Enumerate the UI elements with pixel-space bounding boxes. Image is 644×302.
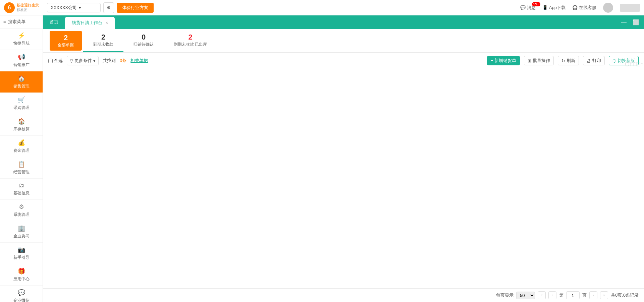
sidebar-item-enterprise[interactable]: 🏢 企业协同 bbox=[0, 221, 43, 243]
experience-button[interactable]: 体验行业方案 bbox=[117, 3, 154, 13]
print-button[interactable]: 🖨 打印 bbox=[583, 56, 605, 65]
basic-info-icon: 🗂 bbox=[18, 182, 24, 189]
header-right: 💬 消息 99+ 📱 App下载 🎧 在线客服 bbox=[520, 3, 640, 13]
sales-icon: 🏠 bbox=[18, 75, 25, 82]
sidebar-item-operations[interactable]: 📋 经营管理 bbox=[0, 157, 43, 179]
headset-icon: 🎧 bbox=[572, 5, 578, 10]
inventory-icon: 🏠 bbox=[18, 118, 25, 125]
stat-tab-overdue[interactable]: 2 到期未收款 bbox=[83, 29, 123, 52]
first-page-button[interactable]: « bbox=[538, 291, 546, 299]
toolbar: 全选 ▽ 更多条件 ▾ 共找到 0条 相关单据 + 新增销货单 ⊞ 批量操作 bbox=[43, 53, 644, 69]
tab-workbench[interactable]: 钱货日清工作台 × bbox=[65, 17, 115, 29]
search-icon: ≡ bbox=[3, 19, 6, 24]
sidebar-label-newbie: 新手引导 bbox=[13, 255, 30, 260]
company-name: XXXXXX公司 bbox=[51, 5, 77, 11]
sidebar-label-basic-info: 基础信息 bbox=[13, 190, 30, 196]
per-page-select[interactable]: 50 100 200 bbox=[516, 292, 535, 299]
prev-page-button[interactable]: ‹ bbox=[548, 291, 556, 299]
more-conditions-button[interactable]: ▽ 更多条件 ▾ bbox=[67, 56, 99, 65]
print-label: 打印 bbox=[592, 58, 601, 64]
main-content: 首页 钱货日清工作台 × — ⬜ 2 全部单据 bbox=[43, 15, 644, 302]
sidebar-item-app-center[interactable]: 🎁 应用中心 bbox=[0, 264, 43, 286]
logo-area: 6 畅捷通好生意 标准版 bbox=[4, 2, 47, 13]
related-orders-link[interactable]: 相关单据 bbox=[130, 58, 148, 64]
found-text: 共找到 bbox=[103, 58, 116, 64]
online-service-action[interactable]: 🎧 在线客服 bbox=[572, 5, 596, 11]
sidebar: ≡ 搜索菜单 ⚡ 快捷导航 📢 营销推广 🏠 销售管理 🛒 采购管理 🏠 库存核… bbox=[0, 15, 43, 302]
stat-tab-wangpu[interactable]: 0 旺铺待确认 bbox=[123, 29, 164, 52]
filter-icon: ▽ bbox=[70, 58, 73, 63]
logo-badge: 标准版 bbox=[17, 8, 39, 12]
sidebar-item-wechat[interactable]: 💬 企业微信 bbox=[0, 286, 43, 302]
sidebar-label-operations: 经营管理 bbox=[13, 169, 30, 175]
wangpu-count: 0 bbox=[142, 33, 146, 42]
new-order-button[interactable]: + 新增销货单 bbox=[487, 56, 520, 65]
select-all-checkbox[interactable]: 全选 bbox=[48, 58, 63, 64]
marketing-icon: 📢 bbox=[18, 53, 25, 61]
sidebar-item-basic-info[interactable]: 🗂 基础信息 bbox=[0, 179, 43, 200]
sidebar-item-quick-nav[interactable]: ⚡ 快捷导航 bbox=[0, 28, 43, 50]
batch-button[interactable]: ⊞ 批量操作 bbox=[524, 56, 554, 65]
chevron-down-icon: ▾ bbox=[79, 5, 81, 10]
chevron-icon: ▾ bbox=[93, 58, 96, 63]
found-count: 0条 bbox=[120, 58, 126, 64]
toolbar-right: + 新增销货单 ⊞ 批量操作 ↻ 刷新 🖨 打印 ⬡ bbox=[487, 56, 639, 65]
sidebar-label-purchase: 采购管理 bbox=[13, 105, 30, 111]
page-suffix: 页 bbox=[582, 292, 587, 298]
stat-tab-all[interactable]: 2 全部单据 bbox=[50, 31, 82, 51]
wechat-icon: 💬 bbox=[18, 289, 25, 296]
search-label: 搜索菜单 bbox=[8, 19, 25, 25]
sidebar-label-system: 系统管理 bbox=[13, 212, 30, 218]
message-icon: 💬 bbox=[520, 5, 526, 10]
company-selector[interactable]: XXXXXX公司 ▾ bbox=[47, 3, 101, 12]
content-area: 2 全部单据 2 到期未收款 0 旺铺待确认 2 到期未收款 已 bbox=[43, 29, 644, 302]
sidebar-label-marketing: 营销推广 bbox=[13, 62, 30, 68]
next-page-button[interactable]: › bbox=[589, 291, 597, 299]
app-download-action[interactable]: 📱 App下载 bbox=[542, 5, 566, 11]
refresh-icon: ↻ bbox=[561, 58, 565, 63]
app-download-icon: 📱 bbox=[542, 5, 548, 10]
sidebar-item-purchase[interactable]: 🛒 采购管理 bbox=[0, 93, 43, 114]
page-input[interactable] bbox=[566, 291, 580, 299]
pagination: 每页显示 50 100 200 « ‹ 第 页 › » 共0页,0条记录 bbox=[43, 288, 644, 302]
finance-icon: 💰 bbox=[18, 139, 25, 146]
gear-icon: ⚙ bbox=[107, 5, 111, 10]
sidebar-item-inventory[interactable]: 🏠 库存核算 bbox=[0, 114, 43, 136]
total-label: 共0页,0条记录 bbox=[611, 292, 639, 298]
operations-icon: 📋 bbox=[18, 161, 25, 168]
system-icon: ⚙ bbox=[19, 203, 24, 210]
all-orders-label: 全部单据 bbox=[58, 42, 74, 48]
sidebar-item-marketing[interactable]: 📢 营销推广 bbox=[0, 50, 43, 71]
per-page-label: 每页显示 bbox=[496, 292, 514, 298]
wangpu-label: 旺铺待确认 bbox=[133, 42, 154, 47]
sidebar-label-quick-nav: 快捷导航 bbox=[13, 41, 30, 46]
enterprise-icon: 🏢 bbox=[18, 225, 25, 232]
refresh-label: 刷新 bbox=[567, 58, 575, 64]
sidebar-label-inventory: 库存核算 bbox=[13, 126, 30, 132]
sidebar-search[interactable]: ≡ 搜索菜单 bbox=[0, 15, 43, 28]
sidebar-item-finance[interactable]: 💰 资金管理 bbox=[0, 136, 43, 157]
select-all-input[interactable] bbox=[48, 59, 53, 63]
tab-close-icon[interactable]: × bbox=[106, 20, 108, 25]
tab-minimize-button[interactable]: — bbox=[619, 17, 629, 27]
sidebar-label-sales: 销售管理 bbox=[13, 83, 30, 89]
settings-button[interactable]: ⚙ bbox=[103, 2, 114, 13]
new-order-label: + 新增销货单 bbox=[491, 58, 516, 64]
sidebar-item-sales[interactable]: 🏠 销售管理 bbox=[0, 71, 43, 93]
switch-new-version-button[interactable]: ⬡ 切换新版 bbox=[609, 56, 639, 65]
more-conditions-label: 更多条件 bbox=[74, 58, 92, 64]
last-page-button[interactable]: » bbox=[600, 291, 608, 299]
sidebar-item-system[interactable]: ⚙ 系统管理 bbox=[0, 200, 43, 221]
sidebar-item-newbie[interactable]: 📷 新手引导 bbox=[0, 243, 43, 264]
tab-home[interactable]: 首页 bbox=[43, 15, 65, 29]
avatar[interactable] bbox=[603, 3, 613, 13]
refresh-button[interactable]: ↻ 刷新 bbox=[558, 56, 579, 65]
stat-tab-overdue-unshipped[interactable]: 2 到期未收款 已出库 bbox=[164, 29, 217, 52]
logo-text: 畅捷通好生意 bbox=[17, 3, 39, 7]
username-area[interactable] bbox=[620, 4, 640, 12]
purchase-icon: 🛒 bbox=[18, 96, 25, 104]
message-action[interactable]: 💬 消息 99+ bbox=[520, 5, 536, 11]
tab-restore-button[interactable]: ⬜ bbox=[631, 17, 641, 27]
newbie-icon: 📷 bbox=[18, 246, 25, 253]
overdue-count: 2 bbox=[101, 33, 105, 42]
